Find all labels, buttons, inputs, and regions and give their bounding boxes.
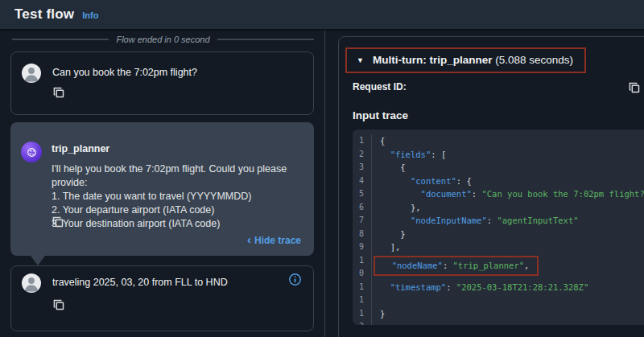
code-text: { [372,134,385,148]
line-number: 3 [353,161,372,175]
bot-name: trip_planner [52,143,109,154]
input-trace-title: Input trace [353,109,408,121]
code-text: "nodeInputName": "agentInputText" [372,214,579,228]
request-id-label: Request ID: [353,81,407,92]
code-text: "timestamp": "2025-03-18T21:28:21.328Z" [372,281,588,294]
copy-icon[interactable] [52,216,64,228]
line-number: 1 [353,134,372,148]
copy-icon[interactable] [52,298,65,311]
bot-message-bubble: trip_planner I'll help you book the 7:02… [10,122,314,256]
divider-line [217,39,314,40]
bubble-tail [31,256,45,265]
bot-message-line: 1. The date you want to travel (YYYYMMDD… [52,190,293,203]
info-link[interactable]: Info [82,10,98,20]
bot-message-line: 3. Your destination airport (IATA code) [52,217,293,231]
copy-icon[interactable] [628,81,641,94]
bot-avatar [21,142,42,162]
line-number: 9 [353,240,372,254]
code-text: } [372,228,406,241]
line-number: 12 [353,307,372,326]
code-text: } [372,307,385,321]
code-line: 4 "content": { [353,175,644,188]
line-number: 10 [353,254,372,281]
line-number: 6 [353,201,372,215]
user-message-text: traveling 2025, 03, 20 from FLL to HND [52,276,228,290]
code-line: 11 "timestamp": "2025-03-18T21:28:21.328… [353,281,644,307]
code-line: 12} [353,307,644,326]
code-line: 8 } [353,228,644,241]
input-trace-code-block: 1{2 "fields": [3 {4 "content": {5 "docum… [353,129,644,325]
trace-section-toggle[interactable]: ▼ Multi-turn: trip_planner (5.088 second… [345,47,586,73]
person-icon [22,64,41,83]
trace-title-name: Multi-turn: trip_planner [373,54,493,66]
line-number: 2 [353,148,372,162]
hide-trace-link[interactable]: ‹ Hide trace [247,235,301,246]
flow-status-divider: Flow ended in 0 second [12,35,314,44]
code-text: }, [372,201,421,215]
code-line: 2 "fields": [ [353,148,644,162]
code-line: 1{ [353,134,644,148]
annotation-box-nodename: "nodeName": "trip_planner", [374,256,539,277]
bot-message-line: 2. Your departure airport (IATA code) [52,203,293,217]
user-message-card: Can you book the 7:02pm flight? [10,51,314,115]
code-text: "content": { [372,175,472,188]
code-text: "document": "Can you book the 7:02pm fli… [372,187,644,201]
code-text: "nodeName": "trip_planner", [372,254,539,278]
trace-section-title: Multi-turn: trip_planner (5.088 seconds) [373,54,573,66]
line-number: 4 [353,175,372,188]
line-number: 7 [353,214,372,228]
code-line: 10 "nodeName": "trip_planner", [353,254,644,281]
copy-icon[interactable] [52,86,65,99]
code-text: ], [372,240,400,254]
bot-message-line: I'll help you book the 7:02pm flight. Co… [52,162,293,190]
line-number: 8 [353,228,372,241]
flow-status-text: Flow ended in 0 second [116,35,209,44]
user-avatar [22,273,41,293]
trace-panel: ▼ Multi-turn: trip_planner (5.088 second… [338,36,644,337]
user-avatar [22,64,41,83]
user-message-card: traveling 2025, 03, 20 from FLL to HND [10,265,314,331]
hide-trace-label: Hide trace [254,235,301,246]
person-icon [22,273,41,293]
chevron-left-icon: ‹ [247,235,251,245]
code-text: { [372,161,406,175]
code-text: "fields": [ [372,148,446,162]
top-bar: Test flow Info [0,0,644,31]
brain-icon [26,146,38,158]
line-number: 5 [353,187,372,201]
page-title: Test flow [14,6,74,23]
trace-title-duration: (5.088 seconds) [495,54,573,66]
chat-panel: Flow ended in 0 second Can you book the … [0,31,324,337]
code-line: 5 "document": "Can you book the 7:02pm f… [353,187,644,201]
request-id-row: Request ID: [353,81,641,94]
user-message-text: Can you book the 7:02pm flight? [52,66,197,80]
caret-down-icon: ▼ [357,56,364,64]
code-line: 3 { [353,161,644,175]
code-line: 6 }, [353,201,644,215]
code-line: 9 ], [353,240,644,254]
bot-message-text: I'll help you book the 7:02pm flight. Co… [52,162,293,231]
line-number: 11 [353,281,372,307]
info-icon[interactable] [288,273,302,286]
code-line: 7 "nodeInputName": "agentInputText" [353,214,644,228]
panel-divider [324,31,325,337]
divider-line [12,39,109,40]
